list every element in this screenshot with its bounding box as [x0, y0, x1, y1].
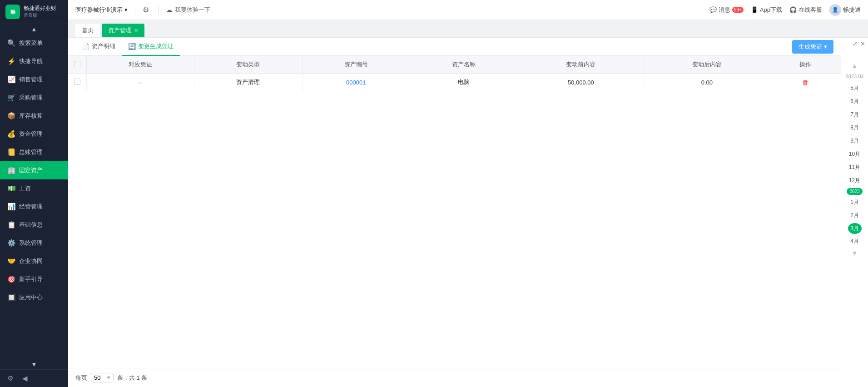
header-asset-name: 资产名称 — [410, 56, 518, 74]
sidebar-item-sales[interactable]: 📈 销售管理 — [0, 70, 68, 89]
sidebar-item-apps[interactable]: 🔲 应用中心 — [0, 288, 68, 307]
panel-header: ⤢ ✕ — [841, 38, 868, 47]
sidebar-item-quicknav[interactable]: ⚡ 快捷导航 — [0, 52, 68, 70]
right-date-panel: ⤢ ✕ ▲ 2023.03 5月 6月 7月 8月 9月 10月 11月 12月 — [841, 38, 868, 387]
sidebar: 畅 畅捷通好业财 普及版 ▲ 🔍 搜索菜单 ⚡ 快捷导航 📈 销售管理 🛒 采购… — [0, 0, 68, 387]
row-action: 🗑 — [770, 74, 841, 91]
message-icon: 💬 — [709, 6, 717, 13]
sidebar-item-operations[interactable]: 📊 经营管理 — [0, 198, 68, 216]
header-checkbox[interactable] — [74, 61, 80, 67]
main-content: 医疗器械行业演示 ▾ ⚙ ☁ 我要体验一下 💬 消息 99+ 📱 App下载 🎧… — [68, 0, 868, 387]
topbar-right: 💬 消息 99+ 📱 App下载 🎧 在线客服 👤 畅捷通 — [709, 4, 861, 16]
change-voucher-icon: 🔄 — [128, 43, 136, 50]
sidebar-item-basic[interactable]: 📋 基础信息 — [0, 216, 68, 234]
date-scroll-up[interactable]: ▲ — [841, 61, 868, 71]
sidebar-menu: 🔍 搜索菜单 ⚡ 快捷导航 📈 销售管理 🛒 采购管理 📦 库存核算 💰 资金管… — [0, 34, 68, 359]
date-2023-month-3[interactable]: 3月 — [848, 223, 862, 234]
system-icon: ⚙️ — [7, 239, 15, 247]
header-checkbox-cell — [68, 56, 86, 74]
trial-button[interactable]: ☁ 我要体验一下 — [166, 6, 210, 14]
tab-close-icon[interactable]: ✕ — [134, 28, 138, 34]
year-month-label: 2023.03 — [841, 71, 868, 82]
company-name: 医疗器械行业演示 — [75, 6, 123, 14]
header-action: 操作 — [770, 56, 841, 74]
row-asset-code: 000001 — [302, 74, 410, 91]
fixed-icon: 🏢 — [7, 166, 15, 174]
date-month-10[interactable]: 10月 — [841, 148, 868, 161]
pagination: 每页 10 20 50 100 条，共 1 条 — [68, 368, 841, 387]
notification-badge: 99+ — [732, 7, 744, 13]
company-selector[interactable]: 医疗器械行业演示 ▾ — [75, 6, 128, 14]
inner-tab-asset-detail[interactable]: 📄 资产明细 — [75, 38, 122, 56]
page-size-select[interactable]: 10 20 50 100 — [91, 373, 114, 382]
topbar-divider2 — [158, 5, 159, 15]
notification-item[interactable]: 💬 消息 99+ — [709, 6, 744, 14]
sidebar-scroll-down[interactable]: ▼ — [0, 359, 68, 369]
table-row: -- 资产清理 000001 电脑 50,000.00 0.00 🗑 — [68, 74, 841, 91]
basic-icon: 📋 — [7, 221, 15, 229]
row-change-type: 资产清理 — [194, 74, 303, 91]
guide-icon: 🎯 — [7, 275, 15, 283]
logo-text: 畅捷通好业财 — [24, 5, 56, 12]
per-page-label: 每页 — [75, 374, 87, 382]
service-icon: 🎧 — [789, 6, 797, 13]
online-service-item[interactable]: 🎧 在线客服 — [789, 6, 822, 14]
date-month-5[interactable]: 5月 — [841, 82, 868, 95]
year-2023-badge: 2023 — [841, 187, 868, 196]
generate-voucher-button[interactable]: 生成凭证 ▾ — [792, 40, 833, 54]
sidebar-item-purchase[interactable]: 🛒 采购管理 — [0, 89, 68, 107]
date-month-9[interactable]: 9月 — [841, 134, 868, 148]
inner-tab-change-voucher[interactable]: 🔄 变更生成凭证 — [122, 38, 180, 56]
search-icon: 🔍 — [7, 39, 15, 47]
date-month-8[interactable]: 8月 — [841, 121, 868, 134]
date-list: ▲ 2023.03 5月 6月 7月 8月 9月 10月 11月 12月 202… — [841, 61, 868, 387]
date-2023-month-1[interactable]: 1月 — [841, 196, 868, 209]
header-before-content: 变动前内容 — [518, 56, 644, 74]
date-scroll-down[interactable]: ▼ — [841, 248, 868, 258]
salary-icon: 💵 — [7, 184, 15, 193]
collab-icon: 🤝 — [7, 257, 15, 265]
date-month-6[interactable]: 6月 — [841, 95, 868, 108]
topbar: 医疗器械行业演示 ▾ ⚙ ☁ 我要体验一下 💬 消息 99+ 📱 App下载 🎧… — [68, 0, 868, 20]
date-2023-month-4[interactable]: 4月 — [841, 235, 868, 248]
user-item[interactable]: 👤 畅捷通 — [829, 4, 861, 16]
sidebar-logo: 畅 畅捷通好业财 普及版 — [0, 0, 68, 24]
sidebar-item-salary[interactable]: 💵 工资 — [0, 179, 68, 198]
operations-icon: 📊 — [7, 203, 15, 211]
app-download-item[interactable]: 📱 App下载 — [751, 6, 782, 14]
sidebar-item-ledger[interactable]: 📒 总账管理 — [0, 143, 68, 161]
sidebar-item-finance[interactable]: 💰 资金管理 — [0, 125, 68, 143]
sidebar-item-guide[interactable]: 🎯 新手引导 — [0, 270, 68, 288]
sidebar-item-search[interactable]: 🔍 搜索菜单 — [0, 34, 68, 52]
row-before-content: 50,000.00 — [518, 74, 644, 91]
date-month-7[interactable]: 7月 — [841, 108, 868, 121]
sidebar-item-inventory[interactable]: 📦 库存核算 — [0, 107, 68, 125]
purchase-icon: 🛒 — [7, 94, 15, 102]
panel-expand-icon[interactable]: ⤢ — [853, 40, 858, 47]
header-asset-code: 资产编号 — [302, 56, 410, 74]
date-2023-month-2[interactable]: 2月 — [841, 209, 868, 222]
tab-home[interactable]: 首页 — [75, 24, 100, 37]
change-voucher-table: 对应凭证 变动类型 资产编号 资产名称 — [68, 56, 841, 91]
sidebar-scroll-up[interactable]: ▲ — [0, 24, 68, 34]
topbar-settings-icon[interactable]: ⚙ — [143, 5, 149, 14]
sidebar-settings-icon[interactable]: ⚙ — [7, 374, 13, 382]
asset-detail-icon: 📄 — [82, 43, 89, 50]
row-asset-name: 电脑 — [410, 74, 518, 91]
tab-asset-management[interactable]: 资产管理 ✕ — [102, 24, 144, 37]
header-change-type: 变动类型 — [194, 56, 303, 74]
sidebar-item-collab[interactable]: 🤝 企业协同 — [0, 252, 68, 270]
ledger-icon: 📒 — [7, 148, 15, 156]
panel-close-icon[interactable]: ✕ — [860, 40, 865, 47]
date-month-12[interactable]: 12月 — [841, 174, 868, 187]
row-voucher: -- — [86, 74, 194, 91]
table-header-row: 对应凭证 变动类型 资产编号 资产名称 — [68, 56, 841, 74]
sidebar-item-system[interactable]: ⚙️ 系统管理 — [0, 234, 68, 252]
sidebar-item-fixed[interactable]: 🏢 固定资产 — [0, 161, 68, 179]
generate-btn-dropdown-icon: ▾ — [824, 43, 827, 50]
row-checkbox[interactable] — [74, 79, 80, 85]
sidebar-collapse-icon[interactable]: ◀ — [22, 374, 28, 382]
delete-icon[interactable]: 🗑 — [802, 79, 809, 86]
date-month-11[interactable]: 11月 — [841, 161, 868, 174]
logo-icon: 畅 — [5, 5, 20, 19]
